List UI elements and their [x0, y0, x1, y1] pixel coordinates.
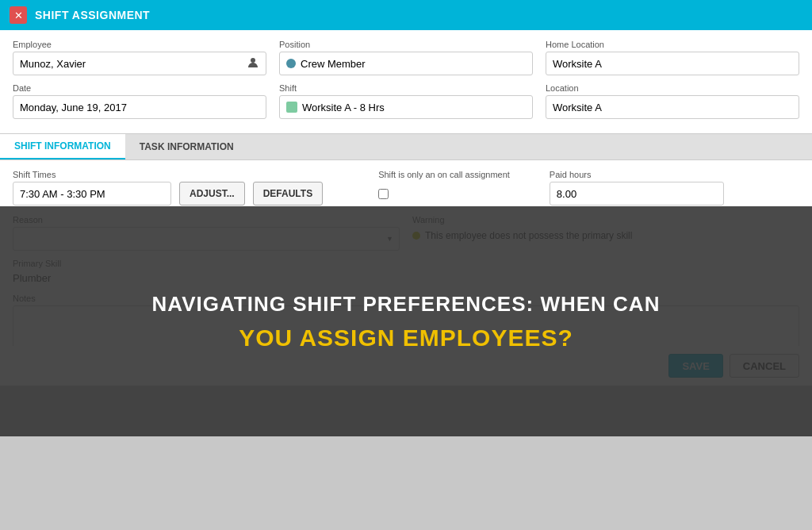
shift-times-label: Shift Times — [13, 170, 171, 179]
shift-color-indicator — [286, 102, 297, 113]
shift-input[interactable]: Worksite A - 8 Hrs — [279, 95, 533, 119]
defaults-button[interactable]: DEFAULTS — [253, 182, 323, 205]
shift-value: Worksite A - 8 Hrs — [302, 102, 385, 113]
date-value: Monday, June 19, 2017 — [20, 102, 127, 113]
home-location-group: Home Location Worksite A — [546, 40, 799, 75]
shift-times-group: Shift Times — [13, 170, 171, 205]
svg-point-0 — [251, 58, 255, 63]
position-group: Position Crew Member — [279, 40, 533, 75]
tabs-bar: SHIFT INFORMATION TASK INFORMATION — [0, 133, 812, 160]
oncall-row — [378, 182, 510, 205]
form-section: Employee Position Crew Member Home Loca — [0, 30, 812, 133]
location-value: Worksite A — [553, 102, 602, 113]
home-location-value: Worksite A — [553, 58, 602, 70]
shift-times-row: Shift Times ADJUST... DEFAULTS Shift is … — [13, 170, 799, 205]
shift-label: Shift — [279, 83, 533, 93]
paid-hours-input[interactable] — [550, 182, 724, 205]
overlay-banner: NAVIGATING SHIFT PREFERENCES: WHEN CAN Y… — [0, 206, 812, 436]
oncall-section: Shift is only an on call assignment — [378, 170, 510, 205]
paid-hours-label: Paid hours — [550, 170, 724, 179]
home-location-label: Home Location — [546, 40, 799, 49]
employee-group: Employee — [13, 40, 266, 75]
form-row-1: Employee Position Crew Member Home Loca — [13, 40, 799, 75]
oncall-label: Shift is only an on call assignment — [378, 170, 510, 179]
overlay-line2: YOU ASSIGN EMPLOYEES? — [239, 325, 573, 351]
date-input[interactable]: Monday, June 19, 2017 — [13, 95, 266, 119]
position-value: Crew Member — [301, 58, 366, 70]
modal-header: ✕ SHIFT ASSIGNMENT — [0, 0, 812, 30]
location-input[interactable]: Worksite A — [546, 95, 799, 119]
close-button[interactable]: ✕ — [10, 6, 27, 24]
modal-title: SHIFT ASSIGNMENT — [35, 9, 150, 21]
tab-shift-information[interactable]: SHIFT INFORMATION — [0, 134, 125, 159]
shift-assignment-modal: ✕ SHIFT ASSIGNMENT Employee Position — [0, 0, 812, 386]
position-icon — [286, 59, 296, 68]
person-icon — [247, 56, 259, 71]
date-label: Date — [13, 83, 266, 93]
employee-input[interactable] — [13, 52, 266, 75]
overlay-line1: NAVIGATING SHIFT PREFERENCES: WHEN CAN — [152, 292, 661, 317]
adjust-button[interactable]: ADJUST... — [179, 182, 245, 205]
location-group: Location Worksite A — [546, 83, 799, 119]
oncall-checkbox[interactable] — [378, 189, 389, 199]
date-group: Date Monday, June 19, 2017 — [13, 83, 266, 119]
shift-group: Shift Worksite A - 8 Hrs — [279, 83, 533, 119]
tab-task-information[interactable]: TASK INFORMATION — [125, 134, 248, 159]
shift-times-input[interactable] — [13, 182, 171, 205]
position-label: Position — [279, 40, 533, 49]
home-location-input[interactable]: Worksite A — [546, 52, 799, 75]
position-input[interactable]: Crew Member — [279, 52, 533, 75]
paid-hours-group: Paid hours — [550, 170, 724, 205]
location-label: Location — [546, 83, 799, 93]
form-row-2: Date Monday, June 19, 2017 Shift Worksit… — [13, 83, 799, 119]
employee-label: Employee — [13, 40, 266, 49]
employee-field[interactable] — [20, 58, 247, 70]
